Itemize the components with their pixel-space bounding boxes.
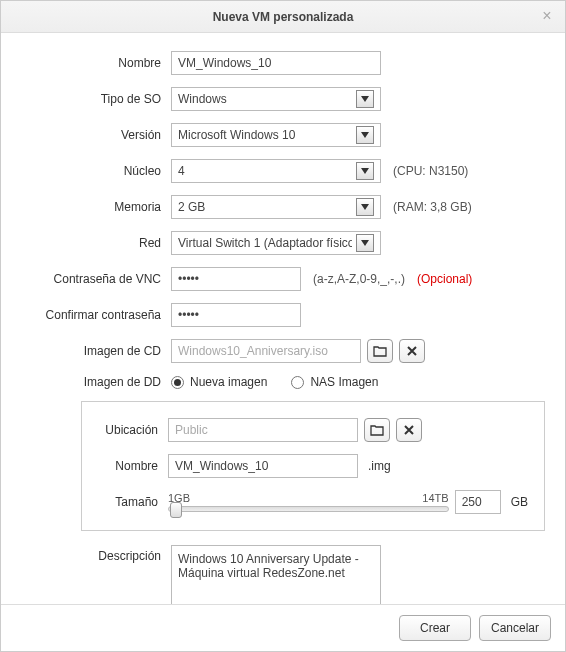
ddimage-label: Imagen de DD	[21, 375, 171, 389]
chevron-down-icon[interactable]	[356, 90, 374, 108]
vncpass-label: Contraseña de VNC	[21, 272, 171, 286]
location-label: Ubicación	[92, 423, 168, 437]
radio-new-image[interactable]: Nueva imagen	[171, 375, 267, 389]
img-extension: .img	[368, 459, 391, 473]
clear-button[interactable]	[399, 339, 425, 363]
slider-track[interactable]	[168, 506, 449, 512]
dialog-footer: Crear Cancelar	[1, 604, 565, 651]
version-label: Versión	[21, 128, 171, 142]
description-label: Descripción	[21, 545, 171, 563]
create-button[interactable]: Crear	[399, 615, 471, 641]
slider-thumb[interactable]	[170, 502, 182, 518]
chevron-down-icon[interactable]	[356, 198, 374, 216]
ddname-input[interactable]	[168, 454, 358, 478]
dialog: Nueva VM personalizada × Nombre Tipo de …	[0, 0, 566, 652]
radio-icon	[291, 376, 304, 389]
core-select[interactable]: 4	[171, 159, 381, 183]
memory-label: Memoria	[21, 200, 171, 214]
size-input[interactable]	[455, 490, 501, 514]
titlebar: Nueva VM personalizada ×	[1, 1, 565, 33]
pwd-rule-hint: (a-z,A-Z,0-9,_,-,.)	[313, 272, 405, 286]
close-icon	[405, 344, 419, 358]
browse-button[interactable]	[367, 339, 393, 363]
optional-hint: (Opcional)	[417, 272, 472, 286]
memory-value: 2 GB	[178, 200, 352, 214]
dd-image-box: Ubicación Nombre .img	[81, 401, 545, 531]
cdimage-label: Imagen de CD	[21, 344, 171, 358]
chevron-down-icon[interactable]	[356, 126, 374, 144]
close-icon[interactable]: ×	[539, 8, 555, 24]
version-select[interactable]: Microsoft Windows 10	[171, 123, 381, 147]
name-input[interactable]	[171, 51, 381, 75]
memory-select[interactable]: 2 GB	[171, 195, 381, 219]
ostype-select[interactable]: Windows	[171, 87, 381, 111]
cancel-button[interactable]: Cancelar	[479, 615, 551, 641]
clear-button[interactable]	[396, 418, 422, 442]
ostype-label: Tipo de SO	[21, 92, 171, 106]
radio-new-label: Nueva imagen	[190, 375, 267, 389]
network-select[interactable]: Virtual Switch 1 (Adaptador físico)	[171, 231, 381, 255]
network-label: Red	[21, 236, 171, 250]
confirmpass-label: Confirmar contraseña	[21, 308, 171, 322]
browse-button[interactable]	[364, 418, 390, 442]
description-textarea[interactable]	[171, 545, 381, 604]
location-input[interactable]	[168, 418, 358, 442]
size-label: Tamaño	[92, 495, 168, 509]
folder-icon	[373, 344, 387, 358]
cpu-hint: (CPU: N3150)	[393, 164, 468, 178]
confirmpass-input[interactable]	[171, 303, 301, 327]
chevron-down-icon[interactable]	[356, 162, 374, 180]
version-value: Microsoft Windows 10	[178, 128, 352, 142]
chevron-down-icon[interactable]	[356, 234, 374, 252]
close-icon	[402, 423, 416, 437]
name-label: Nombre	[21, 56, 171, 70]
size-unit: GB	[511, 495, 528, 509]
ddname-label: Nombre	[92, 459, 168, 473]
core-value: 4	[178, 164, 352, 178]
radio-nas-image[interactable]: NAS Imagen	[291, 375, 378, 389]
folder-icon	[370, 423, 384, 437]
slider-max: 14TB	[422, 492, 448, 504]
radio-icon	[171, 376, 184, 389]
size-slider[interactable]: 1GB 14TB	[168, 492, 449, 512]
vncpass-input[interactable]	[171, 267, 301, 291]
ostype-value: Windows	[178, 92, 352, 106]
ram-hint: (RAM: 3,8 GB)	[393, 200, 472, 214]
cdimage-input[interactable]	[171, 339, 361, 363]
core-label: Núcleo	[21, 164, 171, 178]
network-value: Virtual Switch 1 (Adaptador físico)	[178, 236, 352, 250]
dialog-title: Nueva VM personalizada	[213, 10, 354, 24]
radio-nas-label: NAS Imagen	[310, 375, 378, 389]
dialog-content: Nombre Tipo de SO Windows Versión Micros…	[1, 33, 565, 604]
